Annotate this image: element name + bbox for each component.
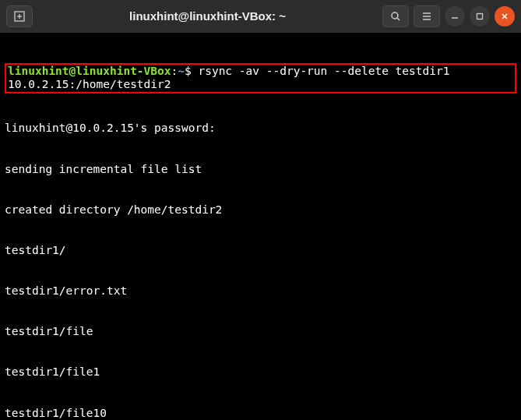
titlebar-right	[382, 5, 515, 27]
prompt-user: linuxhint@linuxhint-VBox	[8, 65, 171, 77]
output-line: testdir1/	[5, 244, 516, 257]
titlebar-left	[6, 5, 33, 27]
output-line: testdir1/file1	[5, 365, 516, 379]
menu-button[interactable]	[414, 5, 440, 27]
minimize-icon	[451, 12, 459, 20]
prompt-sep: :	[171, 65, 178, 77]
close-icon	[501, 12, 509, 20]
output-line: created directory /home/testdir2	[5, 203, 516, 217]
new-tab-button[interactable]	[6, 5, 33, 27]
new-tab-icon	[14, 11, 25, 22]
minimize-button[interactable]	[445, 6, 465, 26]
prompt-path: ~	[178, 65, 185, 77]
svg-rect-9	[477, 14, 483, 19]
output-line: sending incremental file list	[5, 163, 516, 176]
terminal-area[interactable]: linuxhint@linuxhint-VBox:~$ rsync -av --…	[0, 33, 521, 420]
maximize-button[interactable]	[470, 6, 490, 26]
svg-point-3	[392, 12, 398, 19]
output-line: linuxhint@10.0.2.15's password:	[5, 122, 516, 135]
maximize-icon	[476, 12, 484, 20]
search-icon	[390, 11, 401, 22]
prompt-symbol: $	[185, 65, 192, 77]
svg-line-4	[397, 18, 400, 20]
output-line: testdir1/error.txt	[5, 284, 516, 298]
window-title: linuxhint@linuxhint-VBox: ~	[39, 9, 376, 23]
output-line: testdir1/file10	[5, 407, 516, 420]
command-highlight: linuxhint@linuxhint-VBox:~$ rsync -av --…	[5, 63, 516, 94]
search-button[interactable]	[382, 5, 409, 27]
hamburger-icon	[421, 11, 432, 22]
output-line: testdir1/file	[5, 325, 516, 338]
window-titlebar: linuxhint@linuxhint-VBox: ~	[0, 0, 521, 33]
close-button[interactable]	[495, 6, 515, 26]
